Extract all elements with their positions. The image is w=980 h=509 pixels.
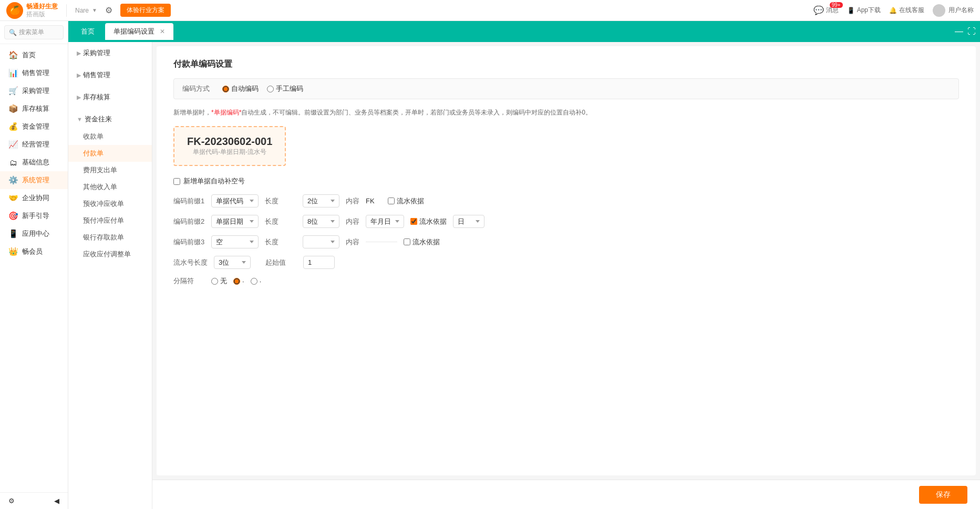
main-layout: 🔍 搜索菜单 🏠 首页 📊 销售管理 🛒 采购管理 📦 库存核算 💰 [0, 21, 980, 509]
left-sidebar: 🔍 搜索菜单 🏠 首页 📊 销售管理 🛒 采购管理 📦 库存核算 💰 [0, 21, 68, 509]
finance-icon: 💰 [8, 122, 18, 131]
code-preview-desc: 单据代码-单据日期-流水号 [193, 148, 266, 155]
industry-solution-button[interactable]: 体验行业方案 [120, 4, 171, 17]
length-select-1[interactable]: 2位 4位 6位 [303, 194, 339, 207]
inventory-icon: 📦 [8, 104, 18, 113]
sidebar-item-basic[interactable]: 🗂 基础信息 [0, 153, 68, 171]
sidebar-item-apps[interactable]: 📱 应用中心 [0, 225, 68, 243]
sep-dot2-radio[interactable]: · [251, 277, 262, 285]
tab-home[interactable]: 首页 [73, 23, 103, 40]
sec-item-prepay-pay[interactable]: 预付冲应付单 [68, 212, 152, 229]
logo-text: 畅通好生意 搭画版 [26, 3, 58, 18]
length-select-2[interactable]: 2位 4位 6位 8位 [303, 215, 339, 228]
system-icon: ⚙️ [8, 175, 18, 185]
sidebar-item-operations[interactable]: 📈 经营管理 [0, 136, 68, 153]
sidebar-item-inventory[interactable]: 📦 库存核算 [0, 100, 68, 118]
maximize-icon[interactable]: ⛶ [967, 27, 976, 36]
sidebar-item-sales[interactable]: 📊 销售管理 [0, 64, 68, 82]
sec-item-prepay-recv[interactable]: 预收冲应收单 [68, 195, 152, 212]
sidebar-item-home[interactable]: 🏠 首页 [0, 46, 68, 64]
encode-method-row: 编码方式 自动编码 手工编码 [173, 78, 959, 99]
serial-select[interactable]: 3位 4位 5位 6位 [214, 256, 251, 269]
app-download-button[interactable]: 📱 App下载 [847, 6, 881, 15]
tab-barcode[interactable]: 单据编码设置 ✕ [105, 23, 173, 40]
content-label-2: 内容 [346, 217, 359, 226]
sec-item-payment[interactable]: 付款单 [68, 145, 152, 162]
period-select-2[interactable]: 日 月 年 [453, 215, 484, 228]
sec-item-receipt[interactable]: 收款单 [68, 128, 152, 145]
search-icon: 🔍 [9, 29, 17, 36]
content-select-2[interactable]: 年月日 年月 年 [366, 215, 404, 228]
sidebar-item-system[interactable]: ⚙️ 系统管理 [0, 171, 68, 189]
search-menu-button[interactable]: 🔍 搜索菜单 [4, 25, 64, 39]
sec-item-bank-deposit[interactable]: 银行存取款单 [68, 229, 152, 246]
watermark-checkbox-2-label[interactable]: 流水依据 [410, 217, 447, 226]
secondary-sidebar: ▶ 采购管理 ▶ 销售管理 ▶ 库存核算 [68, 42, 152, 509]
sidebar-item-guide[interactable]: 🎯 新手引导 [0, 207, 68, 225]
sec-item-expense[interactable]: 费用支出单 [68, 162, 152, 179]
prefix-select-1[interactable]: 单据代码 单据日期 部门 业务员 空 [211, 194, 259, 207]
avatar [933, 4, 945, 17]
chevron-right-icon: ▶ [77, 50, 81, 57]
info-highlight: *单据编码* [211, 109, 241, 116]
length-label-3: 长度 [265, 237, 296, 247]
watermark-checkbox-3[interactable] [404, 238, 410, 245]
sidebar-item-member[interactable]: 👑 畅会员 [0, 243, 68, 261]
breadcrumb: Nare ▼ [75, 7, 97, 14]
sec-item-other-income[interactable]: 其他收入单 [68, 179, 152, 195]
sep-none-radio[interactable]: 无 [211, 276, 227, 286]
minimize-icon[interactable]: — [955, 27, 963, 36]
length-select-3[interactable]: 2位 4位 [303, 235, 339, 248]
info-text: 新增单据时，*单据编码*自动生成，不可编辑。前缀设置为部门、业务员等档案类，开单… [173, 108, 959, 118]
prefix-select-2[interactable]: 单据代码 单据日期 部门 业务员 空 [211, 215, 259, 228]
page-inner: 付款单编码设置 编码方式 自动编码 手工编码 [157, 46, 976, 475]
sidebar-item-finance[interactable]: 💰 资金管理 [0, 118, 68, 136]
serial-row: 流水号长度 3位 4位 5位 6位 起始值 [173, 256, 959, 269]
group-purchase: ▶ 采购管理 [68, 42, 152, 64]
operations-icon: 📈 [8, 140, 18, 149]
group-finance: ▼ 资金往来 收款单 付款单 费用支出单 [68, 108, 152, 265]
group-inventory-title[interactable]: ▶ 库存核算 [68, 88, 152, 106]
auto-fill-checkbox-label[interactable]: 新增单据自动补空号 [173, 176, 959, 186]
encode-method-label: 编码方式 [182, 84, 210, 94]
group-sales-title[interactable]: ▶ 销售管理 [68, 66, 152, 84]
message-button[interactable]: 💬 消息 99+ [813, 5, 839, 15]
auto-encode-radio[interactable]: 自动编码 [222, 84, 259, 94]
sep-dot-radio[interactable]: · [233, 277, 244, 285]
enterprise-icon: 🤝 [8, 193, 18, 203]
content-label-3: 内容 [346, 237, 359, 247]
prefix-label-3: 编码前缀3 [173, 237, 205, 247]
top-bar-right: 💬 消息 99+ 📱 App下载 🔔 在线客服 用户名称 [813, 4, 974, 17]
sidebar-search: 🔍 搜索菜单 [0, 21, 68, 44]
logo-icon: 🍊 [6, 2, 23, 19]
top-bar: 🍊 畅通好生意 搭画版 Nare ▼ ⚙ 体验行业方案 💬 消息 99+ 📱 A… [0, 0, 980, 21]
settings-button[interactable]: ⚙ [101, 3, 116, 18]
watermark-checkbox-1-label[interactable]: 流水依据 [388, 196, 424, 206]
watermark-checkbox-3-label[interactable]: 流水依据 [404, 237, 440, 247]
watermark-checkbox-1[interactable] [388, 198, 395, 204]
user-area[interactable]: 用户名称 [933, 4, 974, 17]
chevron-right-icon: ▶ [77, 72, 81, 79]
config-row-1: 编码前缀1 单据代码 单据日期 部门 业务员 空 长度 2位 4位 6位 [173, 194, 959, 207]
length-label-2: 长度 [265, 217, 296, 226]
collapse-icon[interactable]: ◀ [54, 497, 59, 505]
auto-fill-checkbox[interactable] [173, 178, 180, 185]
sidebar-item-purchase[interactable]: 🛒 采购管理 [0, 82, 68, 100]
group-sales: ▶ 销售管理 [68, 64, 152, 86]
start-value-input[interactable] [303, 256, 335, 269]
bottom-bar: 保存 [152, 480, 980, 509]
group-finance-title[interactable]: ▼ 资金往来 [68, 110, 152, 128]
message-badge: 99+ [830, 2, 843, 8]
basic-icon: 🗂 [8, 158, 18, 167]
tab-close-icon[interactable]: ✕ [160, 28, 165, 35]
sidebar-item-enterprise[interactable]: 🤝 企业协同 [0, 189, 68, 207]
logo: 🍊 畅通好生意 搭画版 [6, 2, 58, 19]
manual-encode-radio[interactable]: 手工编码 [267, 84, 303, 94]
group-purchase-title[interactable]: ▶ 采购管理 [68, 44, 152, 62]
sec-item-ar-ap-adj[interactable]: 应收应付调整单 [68, 246, 152, 263]
save-button[interactable]: 保存 [919, 486, 967, 504]
settings-bottom-icon[interactable]: ⚙ [8, 497, 15, 505]
prefix-select-3[interactable]: 单据代码 单据日期 部门 业务员 空 [211, 235, 259, 248]
watermark-checkbox-2[interactable] [410, 218, 417, 225]
online-service-button[interactable]: 🔔 在线客服 [889, 6, 924, 15]
